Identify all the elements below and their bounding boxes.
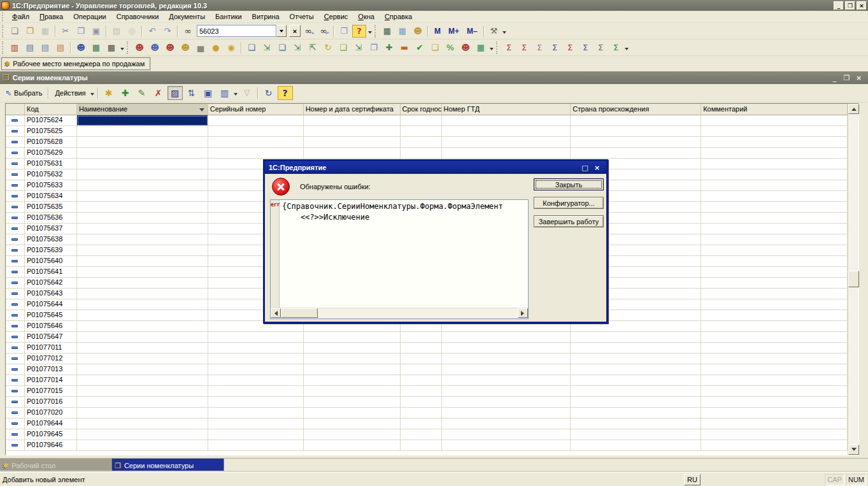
cell-col2[interactable] (77, 408, 208, 418)
cell-col8[interactable] (701, 354, 848, 364)
cell-col7[interactable] (571, 375, 701, 386)
menu-grip[interactable] (2, 12, 5, 21)
cash-receipt-icon[interactable]: ❏ (336, 41, 350, 54)
cell-col3[interactable] (208, 440, 304, 451)
menu-reports[interactable]: Отчеты (285, 11, 319, 22)
cell-col3[interactable] (208, 126, 304, 137)
cell-col2[interactable] (77, 418, 208, 429)
cell-code[interactable]: P01075646 (25, 321, 77, 332)
combo-dropdown-icon[interactable] (276, 25, 287, 37)
cell-col6[interactable] (442, 418, 571, 429)
cell-col6[interactable] (442, 332, 571, 343)
horizontal-scroll-thumb[interactable] (281, 308, 318, 318)
cell-code[interactable]: P01077011 (25, 343, 77, 354)
cell-col8[interactable] (701, 418, 848, 429)
cell-col2[interactable] (77, 137, 208, 148)
cell-col7[interactable] (571, 137, 701, 148)
report-cash-icon[interactable]: Σ (578, 41, 592, 54)
cell-col2[interactable] (77, 375, 208, 386)
cell-col4[interactable] (304, 408, 401, 418)
cash-register-icon[interactable]: ▥ (8, 41, 22, 54)
print-doc-icon[interactable]: ▤ (38, 41, 52, 54)
cell-code[interactable]: P01075634 (25, 191, 77, 202)
coins-icon[interactable]: ◉ (224, 41, 238, 54)
cell-col4[interactable] (304, 386, 401, 397)
cell-col2[interactable] (77, 234, 208, 245)
cell-col8[interactable] (701, 213, 848, 224)
cell-col4[interactable] (304, 332, 401, 343)
dialog-close-button[interactable]: × (592, 163, 602, 173)
column-header-6[interactable]: Номер ГТД (442, 104, 571, 115)
cell-code[interactable]: P01075637 (25, 224, 77, 234)
cell-code[interactable]: P01075635 (25, 202, 77, 213)
cell-col8[interactable] (701, 332, 848, 343)
cell-col5[interactable] (401, 429, 442, 440)
table-row[interactable]: P01077012 (6, 354, 848, 364)
column-header-4[interactable]: Номер и дата сертификата (304, 104, 401, 115)
pos-terminal-icon-dropdown-icon[interactable] (119, 41, 125, 54)
customer-icon[interactable]: ☻ (132, 41, 146, 54)
help-icon[interactable]: ? (278, 86, 293, 100)
cell-col5[interactable] (401, 354, 442, 364)
toolbar-grip[interactable] (496, 41, 499, 54)
cell-col5[interactable] (401, 375, 442, 386)
actions-button-dropdown-icon[interactable] (90, 87, 96, 99)
cell-code[interactable]: P01077020 (25, 408, 77, 418)
remove-coins-icon[interactable]: ▬ (397, 41, 411, 54)
scroll-right-button[interactable] (518, 308, 528, 318)
cell-col4[interactable] (304, 440, 401, 451)
cell-col2[interactable] (77, 191, 208, 202)
cell-col3[interactable] (208, 397, 304, 408)
cell-col5[interactable] (401, 386, 442, 397)
cell-col7[interactable] (571, 343, 701, 354)
cell-col8[interactable] (701, 148, 848, 159)
menu-documents[interactable]: Документы (164, 11, 210, 22)
configurator-button[interactable]: Конфигуратор... (534, 197, 604, 209)
cell-col2[interactable] (77, 354, 208, 364)
cell-col8[interactable] (701, 126, 848, 137)
cell-col6[interactable] (442, 386, 571, 397)
menu-help[interactable]: Справка (380, 11, 417, 22)
horizontal-scrollbar[interactable] (271, 308, 528, 318)
print-label-icon[interactable]: ▤ (53, 41, 68, 54)
cell-col4[interactable] (304, 115, 401, 126)
cell-col5[interactable] (401, 137, 442, 148)
undo-icon[interactable]: ↶ (145, 25, 159, 38)
cell-col3[interactable] (208, 364, 304, 375)
cell-code[interactable]: P01075642 (25, 278, 77, 289)
cell-col3[interactable] (208, 429, 304, 440)
find-next-icon[interactable]: ∞↷ (301, 25, 315, 38)
cell-col8[interactable] (701, 397, 848, 408)
table-row[interactable]: P01077013 (6, 364, 848, 375)
cell-col3[interactable] (208, 148, 304, 159)
toolbar-grip[interactable] (374, 25, 378, 38)
report-purchases-icon[interactable]: Σ (517, 41, 531, 54)
cell-col2[interactable] (77, 289, 208, 299)
cell-col2[interactable] (77, 126, 208, 137)
column-header-2[interactable]: Наименование (77, 104, 208, 115)
calendar-icon[interactable]: ▦ (395, 25, 409, 38)
cell-col4[interactable] (304, 364, 401, 375)
shutdown-button[interactable]: Завершить работу (534, 215, 604, 227)
m-plus-button[interactable]: M+ (445, 25, 463, 37)
cell-col7[interactable] (571, 364, 701, 375)
cell-code[interactable]: P01077016 (25, 397, 77, 408)
menu-edit[interactable]: Правка (34, 11, 68, 22)
open-icon[interactable]: ❐ (23, 25, 37, 38)
cell-code[interactable]: P01075629 (25, 148, 77, 159)
cell-col7[interactable] (571, 408, 701, 418)
cell-col2[interactable] (77, 213, 208, 224)
help-1c-icon-dropdown-icon[interactable] (367, 25, 373, 38)
cell-col3[interactable] (208, 115, 304, 126)
cell-col6[interactable] (442, 440, 571, 451)
cell-col4[interactable] (304, 354, 401, 364)
table-row[interactable]: P01077016 (6, 397, 848, 408)
report-docs-icon[interactable]: Σ (594, 41, 608, 54)
cell-col5[interactable] (401, 126, 442, 137)
service-settings-icon-dropdown-icon[interactable] (502, 25, 508, 38)
column-header-1[interactable]: Код (25, 104, 77, 115)
cell-col2[interactable] (77, 256, 208, 267)
cell-col2[interactable] (77, 299, 208, 310)
new-document-icon[interactable]: ❏ (8, 25, 22, 38)
print-invoice-icon[interactable]: ▤ (23, 41, 37, 54)
